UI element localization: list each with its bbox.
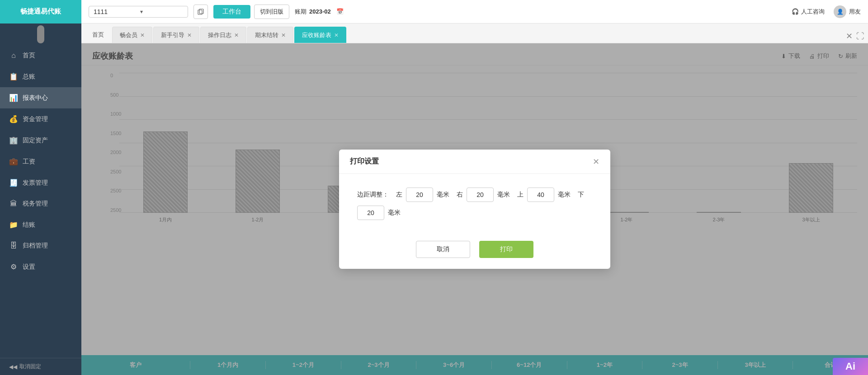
content-area: 首页 畅会员 ✕ 新手引导 ✕ 操作日志 ✕ 期末结转 ✕ 应收账龄表 ✕ [81, 23, 868, 375]
top-bar: 畅捷通易代账 1111 ▾ 工作台 切到旧版 账期 2023-02 📅 🎧 人工… [0, 0, 868, 23]
company-name: 1111 [94, 8, 137, 15]
modal-title: 打印设置 [350, 157, 379, 166]
left-direction-label: 左 [396, 191, 402, 199]
chevron-down-icon: ▾ [140, 9, 183, 15]
modal-header: 打印设置 ✕ [339, 150, 610, 174]
tab-actions: ✕ ⛶ [846, 31, 864, 43]
main-layout: ⌂ 首页 📋 总账 📊 报表中心 💰 资金管理 🏢 固定资产 💼 工资 🧾 发票… [0, 23, 868, 375]
closing-icon: 📁 [9, 220, 18, 229]
top-unit: 毫米 [558, 191, 571, 199]
sidebar-item-tax[interactable]: 🏛 税务管理 [0, 193, 81, 214]
tab-guide-close[interactable]: ✕ [187, 32, 192, 38]
avatar: 👤 [834, 5, 846, 18]
user-name: 用友 [849, 8, 861, 16]
user-area[interactable]: 👤 用友 [834, 5, 861, 18]
sidebar-item-label-finance: 资金管理 [23, 115, 48, 123]
sidebar-item-label-settings: 设置 [23, 263, 35, 271]
sidebar-item-salary[interactable]: 💼 工资 [0, 151, 81, 172]
copy-icon-button[interactable] [193, 5, 208, 19]
finance-icon: 💰 [9, 115, 18, 123]
tab-aging-close[interactable]: ✕ [334, 32, 339, 38]
settings-icon: ⚙ [9, 262, 18, 271]
left-unit: 毫米 [437, 191, 449, 199]
sidebar-scroll-handle[interactable] [37, 25, 44, 43]
top-right: 🎧 人工咨询 👤 用友 [792, 5, 861, 18]
modal-print-button[interactable]: 打印 [479, 241, 533, 258]
left-margin-input[interactable] [406, 188, 433, 202]
modal-close-button[interactable]: ✕ [593, 158, 599, 166]
tax-icon: 🏛 [9, 200, 18, 208]
right-margin-input[interactable] [467, 188, 494, 202]
top-margin-input[interactable] [527, 188, 554, 202]
tab-vip[interactable]: 畅会员 ✕ [112, 27, 152, 43]
right-direction-label: 右 [457, 191, 463, 199]
tab-vip-label: 畅会员 [120, 31, 137, 39]
tab-bar: 首页 畅会员 ✕ 新手引导 ✕ 操作日志 ✕ 期末结转 ✕ 应收账龄表 ✕ [81, 23, 868, 43]
archive-icon: 🗄 [9, 242, 18, 250]
sidebar-item-label-tax: 税务管理 [23, 200, 48, 208]
ai-badge[interactable]: Ai [833, 358, 868, 375]
print-settings-modal: 打印设置 ✕ 边距调整： 左 毫米 右 毫米 上 [339, 150, 610, 269]
reports-icon: 📊 [9, 94, 18, 102]
sidebar-item-label-archive: 归档管理 [23, 242, 48, 250]
invoice-icon: 🧾 [9, 178, 18, 187]
sidebar-item-home[interactable]: ⌂ 首页 [0, 45, 81, 66]
sidebar-item-settings[interactable]: ⚙ 设置 [0, 256, 81, 277]
modal-overlay: 打印设置 ✕ 边距调整： 左 毫米 右 毫米 上 [81, 43, 868, 375]
home-icon: ⌂ [9, 52, 18, 60]
tab-log[interactable]: 操作日志 ✕ [200, 27, 246, 43]
tab-period-end[interactable]: 期末结转 ✕ [247, 27, 293, 43]
bottom-margin-input[interactable] [357, 206, 384, 220]
tab-home-label: 首页 [92, 31, 104, 39]
calendar-icon[interactable]: 📅 [336, 8, 344, 15]
avatar-icon: 👤 [837, 9, 844, 15]
sidebar-item-archive[interactable]: 🗄 归档管理 [0, 235, 81, 256]
period-prefix: 账期 [295, 8, 307, 16]
tab-vip-close[interactable]: ✕ [140, 32, 145, 38]
bottom-unit: 毫米 [388, 209, 401, 217]
sidebar-item-reports[interactable]: 📊 报表中心 [0, 87, 81, 108]
tab-log-close[interactable]: ✕ [234, 32, 239, 38]
cancel-button[interactable]: 取消 [416, 241, 470, 258]
tab-log-label: 操作日志 [208, 31, 231, 39]
sidebar: ⌂ 首页 📋 总账 📊 报表中心 💰 资金管理 🏢 固定资产 💼 工资 🧾 发票… [0, 23, 81, 375]
sidebar-item-label-reports: 报表中心 [23, 94, 48, 102]
close-all-icon[interactable]: ✕ [846, 31, 853, 41]
modal-body: 边距调整： 左 毫米 右 毫米 上 毫米 下 毫米 [339, 174, 610, 234]
bottom-direction-label: 下 [578, 191, 584, 199]
sidebar-item-invoice[interactable]: 🧾 发票管理 [0, 172, 81, 193]
collapse-icon: ◀◀ [9, 364, 17, 370]
tab-aging[interactable]: 应收账龄表 ✕ [294, 27, 346, 43]
switch-old-button[interactable]: 切到旧版 [254, 5, 289, 19]
top-direction-label: 上 [517, 191, 524, 199]
tab-period-end-close[interactable]: ✕ [281, 32, 286, 38]
sidebar-item-ledger[interactable]: 📋 总账 [0, 66, 81, 87]
sidebar-item-finance[interactable]: 💰 资金管理 [0, 108, 81, 130]
sidebar-item-label-home: 首页 [23, 52, 35, 60]
tab-guide-label: 新手引导 [161, 31, 184, 39]
consult-link[interactable]: 🎧 人工咨询 [792, 8, 825, 16]
sidebar-collapse-button[interactable]: ◀◀取消固定 [0, 358, 81, 375]
sidebar-item-label-salary: 工资 [23, 158, 35, 166]
margin-row: 边距调整： 左 毫米 右 毫米 上 毫米 下 毫米 [357, 188, 592, 220]
tab-guide[interactable]: 新手引导 ✕ [153, 27, 199, 43]
sidebar-item-label-closing: 结账 [23, 221, 35, 229]
margin-label: 边距调整： [357, 191, 389, 199]
workstation-button[interactable]: 工作台 [213, 5, 250, 19]
headset-icon: 🎧 [792, 8, 799, 15]
consult-label: 人工咨询 [801, 8, 825, 16]
ledger-icon: 📋 [9, 72, 18, 81]
maximize-icon[interactable]: ⛶ [856, 32, 864, 41]
sidebar-item-assets[interactable]: 🏢 固定资产 [0, 130, 81, 151]
modal-footer: 取消 打印 [339, 234, 610, 269]
sidebar-item-closing[interactable]: 📁 结账 [0, 214, 81, 235]
company-selector[interactable]: 1111 ▾ [89, 6, 188, 18]
copy-icon [197, 8, 204, 15]
sidebar-item-label-invoice: 发票管理 [23, 179, 48, 187]
period-value: 2023-02 [309, 8, 331, 15]
sidebar-item-label-ledger: 总账 [23, 73, 35, 81]
logo-area: 畅捷通易代账 [0, 0, 81, 23]
right-unit: 毫米 [497, 191, 510, 199]
tab-home[interactable]: 首页 [85, 27, 111, 43]
salary-icon: 💼 [9, 157, 18, 166]
